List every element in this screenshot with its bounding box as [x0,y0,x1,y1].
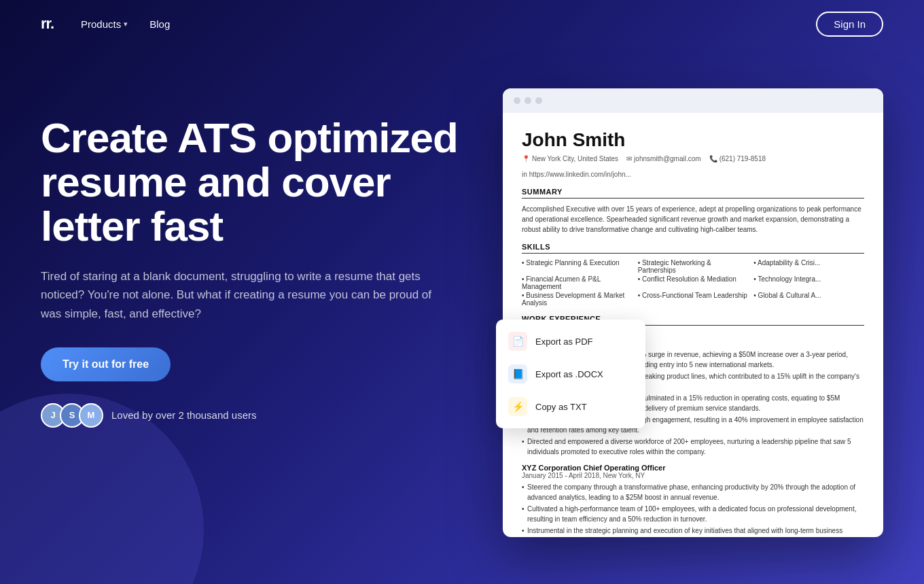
skill-item: Technology Integra... [753,275,864,290]
skill-item: Strategic Planning & Execution [522,259,633,274]
txt-icon: ⚡ [508,397,527,416]
nav-blog[interactable]: Blog [149,18,170,30]
export-docx-label: Export as .DOCX [535,369,603,379]
resume-preview-container: John Smith 📍 New York City, United State… [503,88,883,537]
hero-section: Create ATS optimized resume and cover le… [0,48,924,537]
hero-title: Create ATS optimized resume and cover le… [41,116,476,248]
skill-item: Global & Cultural A... [753,292,864,307]
hero-left: Create ATS optimized resume and cover le… [41,88,476,428]
resume-name: John Smith [522,129,864,151]
sign-in-button[interactable]: Sign In [816,12,883,37]
avatar-group: J S M [41,403,103,428]
resume-card: John Smith 📍 New York City, United State… [503,88,883,537]
resume-top-bar [503,88,883,113]
chevron-down-icon: ▾ [124,20,128,29]
avatar: M [79,403,103,428]
export-pdf-button[interactable]: 📄 Export as PDF [496,325,645,358]
hero-subtitle: Tired of staring at a blank document, st… [41,267,435,323]
contact-location: 📍 New York City, United States [522,155,618,162]
contact-email: ✉ johnsmith@gmail.com [626,155,701,162]
skill-item: Financial Acumen & P&L Management [522,275,633,290]
export-pdf-label: Export as PDF [535,337,593,347]
skill-item: Business Development & Market Analysis [522,292,633,307]
summary-text: Accomplished Executive with over 15 year… [522,204,864,235]
export-docx-button[interactable]: 📘 Export as .DOCX [496,358,645,390]
docx-icon: 📘 [508,364,527,383]
job-entry: XYZ Corporation Chief Operating Officer … [522,464,864,537]
navbar: rr. Products ▾ Blog Sign In [0,0,924,48]
dot-decoration [535,97,542,104]
dot-decoration [514,97,520,104]
resume-contact: 📍 New York City, United States ✉ johnsmi… [522,155,864,178]
export-popup: 📄 Export as PDF 📘 Export as .DOCX ⚡ Copy… [496,320,645,428]
contact-linkedin: in https://www.linkedin.com/in/john... [522,171,631,178]
skill-item: Cross-Functional Team Leadership [638,292,749,307]
nav-links: Products ▾ Blog [81,18,816,30]
social-proof: J S M Loved by over 2 thousand users [41,403,476,428]
brand-logo: rr. [41,15,54,33]
social-proof-text: Loved by over 2 thousand users [111,409,256,421]
skills-grid: Strategic Planning & Execution Strategic… [522,259,864,307]
skill-item: Conflict Resolution & Mediation [638,275,749,290]
summary-section: SUMMARY Accomplished Executive with over… [522,188,864,235]
skill-item: Adaptability & Crisi... [753,259,864,274]
skills-section: SKILLS Strategic Planning & Execution St… [522,243,864,307]
copy-txt-label: Copy as TXT [535,402,587,412]
dot-decoration [525,97,531,104]
pdf-icon: 📄 [508,332,527,351]
copy-txt-button[interactable]: ⚡ Copy as TXT [496,390,645,423]
skill-item: Strategic Networking & Partnerships [638,259,749,274]
cta-button[interactable]: Try it out for free [41,347,171,381]
nav-products[interactable]: Products ▾ [81,18,128,30]
contact-phone: 📞 (621) 719-8518 [709,155,766,162]
